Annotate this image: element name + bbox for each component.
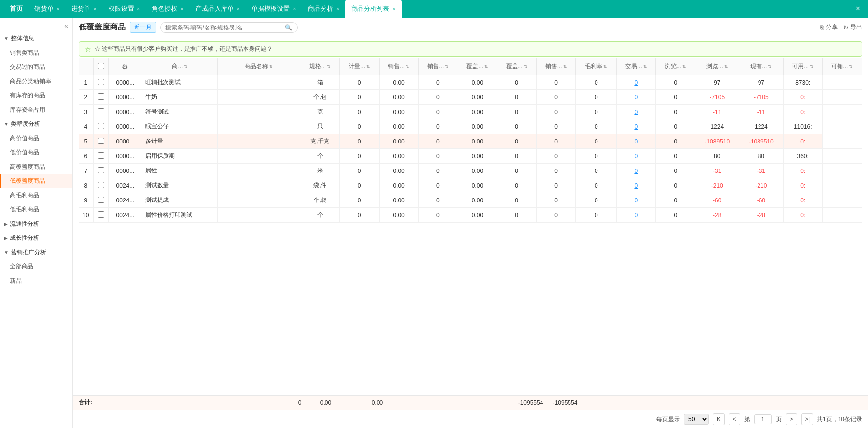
period-badge[interactable]: 近一月: [130, 22, 156, 33]
col-header-cover1[interactable]: 覆盖...⇅: [458, 58, 497, 75]
sidebar-section-cluster[interactable]: ▼ 类群度分析: [0, 117, 72, 131]
row-browse1[interactable]: 0: [617, 90, 656, 105]
col-header-settings[interactable]: ⚙: [108, 58, 142, 75]
col-header-trade[interactable]: 交易...⇅: [617, 58, 656, 75]
row-checkbox[interactable]: [93, 134, 108, 149]
sidebar-item-low-coverage[interactable]: 低覆盖度商品: [0, 174, 72, 188]
col-header-stock2[interactable]: 可用...⇅: [783, 58, 822, 75]
last-page-button[interactable]: >|: [801, 413, 813, 425]
col-header-spec[interactable]: 规格...⇅: [300, 58, 340, 75]
close-icon[interactable]: ×: [56, 6, 59, 12]
col-header-stock1[interactable]: 现有...⇅: [739, 58, 784, 75]
row-select-checkbox[interactable]: [98, 138, 104, 144]
sidebar-section-flow[interactable]: ▶ 流通性分析: [0, 217, 72, 231]
search-input[interactable]: [165, 24, 283, 31]
close-icon[interactable]: ×: [137, 6, 140, 12]
row-browse1[interactable]: 0: [617, 119, 656, 134]
nav-tab-permissions[interactable]: 权限设置 ×: [103, 0, 146, 18]
prev-page-button[interactable]: <: [729, 413, 740, 425]
col-header-unit[interactable]: 计量...⇅: [340, 58, 379, 75]
search-box[interactable]: 🔍: [160, 22, 298, 33]
sidebar-item-low-margin[interactable]: 低毛利商品: [0, 202, 72, 217]
select-all-checkbox[interactable]: [98, 63, 104, 69]
share-button[interactable]: ⎘ 分享: [820, 23, 838, 31]
settings-icon[interactable]: ⚙: [122, 63, 128, 71]
col-header-sales-amt[interactable]: 销售...⇅: [418, 58, 458, 75]
row-checkbox[interactable]: [93, 149, 108, 164]
row-browse1[interactable]: 0: [617, 193, 656, 208]
row-browse1[interactable]: 0: [617, 149, 656, 164]
row-select-checkbox[interactable]: [98, 123, 104, 129]
close-all-button[interactable]: ×: [852, 4, 864, 13]
row-browse1[interactable]: 0: [617, 208, 656, 223]
close-icon[interactable]: ×: [180, 6, 183, 12]
close-icon[interactable]: ×: [93, 6, 96, 12]
sidebar-item-high-coverage[interactable]: 高覆盖度商品: [0, 160, 72, 174]
row-select-checkbox[interactable]: [98, 167, 104, 173]
row-browse1[interactable]: 0: [617, 134, 656, 149]
row-select-checkbox[interactable]: [98, 152, 104, 159]
col-header-browse2[interactable]: 浏览...⇅: [695, 58, 739, 75]
row-checkbox[interactable]: [93, 193, 108, 208]
col-header-cover2[interactable]: 覆盖...⇅: [497, 58, 536, 75]
close-icon[interactable]: ×: [392, 6, 395, 12]
nav-tab-template[interactable]: 单据模板设置 ×: [245, 0, 301, 18]
row-select-checkbox[interactable]: [98, 197, 104, 203]
sidebar-collapse-button[interactable]: «: [64, 22, 68, 29]
nav-tab-analysis[interactable]: 商品分析 ×: [302, 0, 345, 18]
sidebar-item-high-margin[interactable]: 高毛利商品: [0, 188, 72, 202]
sidebar-item-traded-goods[interactable]: 交易过的商品: [0, 60, 72, 74]
sidebar-section-marketing[interactable]: ▼ 营销推广分析: [0, 245, 72, 259]
sidebar-section-growth[interactable]: ▶ 成长性分析: [0, 231, 72, 245]
sidebar-item-sales-goods[interactable]: 销售类商品: [0, 46, 72, 60]
row-checkbox[interactable]: [93, 119, 108, 134]
row-checkbox[interactable]: [93, 178, 108, 193]
row-checkbox[interactable]: [93, 90, 108, 105]
col-header-sales-qty[interactable]: 销售...⇅: [379, 58, 418, 75]
sidebar-item-low-value[interactable]: 低价值商品: [0, 145, 72, 160]
nav-tab-home[interactable]: 首页: [4, 0, 28, 18]
row-select-checkbox[interactable]: [98, 211, 104, 218]
col-header-name[interactable]: 商品名称⇅: [217, 58, 300, 75]
close-icon[interactable]: ×: [293, 6, 296, 12]
close-icon[interactable]: ×: [237, 6, 240, 12]
col-header-code[interactable]: 商...⇅: [142, 58, 217, 75]
sidebar-item-category-rate[interactable]: 商品分类动销率: [0, 74, 72, 88]
nav-tab-sales[interactable]: 销货单 ×: [28, 0, 65, 18]
sidebar-item-all-goods[interactable]: 全部商品: [0, 259, 72, 274]
row-select-checkbox[interactable]: [98, 93, 104, 100]
row-checkbox[interactable]: [93, 75, 108, 90]
first-page-button[interactable]: K: [713, 413, 725, 425]
col-header-checkbox[interactable]: [93, 58, 108, 75]
col-header-browse1[interactable]: 浏览...⇅: [656, 58, 695, 75]
nav-tab-warehouse[interactable]: 产成品入库单 ×: [190, 0, 245, 18]
row-select-checkbox[interactable]: [98, 108, 104, 114]
search-icon[interactable]: 🔍: [285, 24, 292, 31]
col-header-sales3[interactable]: 销售...⇅: [537, 58, 576, 75]
row-checkbox[interactable]: [93, 164, 108, 178]
row-browse1[interactable]: 0: [617, 164, 656, 178]
row-checkbox[interactable]: [93, 105, 108, 119]
row-select-checkbox[interactable]: [98, 79, 104, 85]
sidebar-item-high-value[interactable]: 高价值商品: [0, 131, 72, 145]
nav-tab-analysis-list[interactable]: 商品分析列表 ×: [345, 0, 401, 18]
sidebar-item-stocked-goods[interactable]: 有库存的商品: [0, 88, 72, 103]
sidebar-section-overall[interactable]: ▼ 整体信息: [0, 31, 72, 46]
sidebar-item-new-goods[interactable]: 新品: [0, 274, 72, 288]
page-size-select[interactable]: 50 20 100 200: [684, 414, 709, 425]
nav-tab-roles[interactable]: 角色授权 ×: [146, 0, 189, 18]
row-browse1[interactable]: 0: [617, 178, 656, 193]
row-browse1[interactable]: 0: [617, 75, 656, 90]
row-checkbox[interactable]: [93, 208, 108, 223]
row-select-checkbox[interactable]: [98, 182, 104, 188]
col-header-gross[interactable]: 毛利率⇅: [576, 58, 617, 75]
col-header-stock3[interactable]: 可销...⇅: [822, 58, 862, 75]
row-browse1[interactable]: 0: [617, 105, 656, 119]
nav-tab-purchase[interactable]: 进货单 ×: [65, 0, 102, 18]
current-page-input[interactable]: [754, 414, 772, 424]
close-icon[interactable]: ×: [336, 6, 339, 12]
export-button[interactable]: ↻ 导出: [843, 23, 862, 31]
row-stock3: 0:: [783, 105, 822, 119]
next-page-button[interactable]: >: [786, 413, 797, 425]
sidebar-item-stock-capital[interactable]: 库存资金占用: [0, 103, 72, 117]
